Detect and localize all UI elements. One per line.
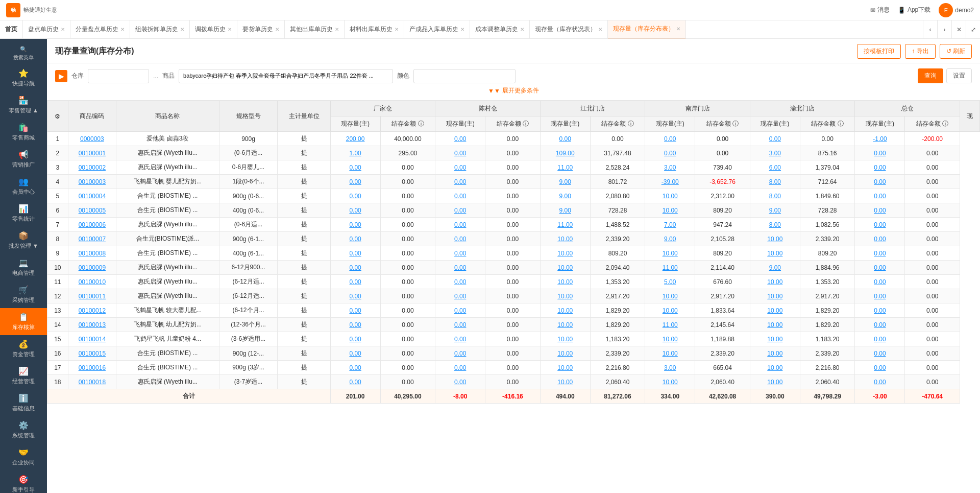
table-cell[interactable]: 11.00 <box>540 218 590 232</box>
table-cell[interactable]: 00100002 <box>68 160 116 175</box>
sidebar-item-basic-info[interactable]: ℹ️ 基础信息 <box>0 389 47 416</box>
table-cell[interactable]: 0.00 <box>330 303 380 318</box>
settings-btn[interactable]: 设置 <box>946 68 972 83</box>
table-cell[interactable]: 00100008 <box>68 246 116 261</box>
table-cell[interactable]: 5.00 <box>645 275 695 289</box>
table-cell[interactable]: 0.00 <box>330 375 380 389</box>
table-cell[interactable]: 0.00 <box>435 232 485 246</box>
table-cell[interactable]: 10.00 <box>750 361 800 375</box>
table-cell[interactable]: 9.00 <box>645 232 695 246</box>
table-cell[interactable]: 7.00 <box>645 218 695 232</box>
table-cell[interactable]: 200.00 <box>330 132 380 146</box>
table-cell[interactable]: 00100004 <box>68 189 116 203</box>
table-cell[interactable]: 0.00 <box>330 318 380 332</box>
table-cell[interactable]: 10.00 <box>750 346 800 361</box>
table-cell[interactable]: 9.00 <box>540 175 590 189</box>
table-cell[interactable]: 9.00 <box>750 261 800 275</box>
table-cell[interactable]: 00100013 <box>68 318 116 332</box>
table-cell[interactable]: 0.00 <box>435 218 485 232</box>
tab-close-other-out[interactable]: ✕ <box>335 27 339 32</box>
tab-close-assembly[interactable]: ✕ <box>180 27 184 32</box>
table-cell[interactable]: 0.00 <box>435 375 485 389</box>
export-btn[interactable]: ↑ 导出 <box>905 44 935 59</box>
table-cell[interactable]: 0.00 <box>855 303 905 318</box>
table-cell[interactable]: 0.00 <box>330 203 380 218</box>
sidebar-search[interactable]: 🔍 搜索英单 <box>0 43 47 64</box>
table-cell[interactable]: 9.00 <box>750 203 800 218</box>
app-download-btn[interactable]: 📱 App下载 <box>898 6 930 14</box>
table-cell[interactable]: 11.00 <box>540 160 590 175</box>
table-cell[interactable]: 00100003 <box>68 175 116 189</box>
th-settings[interactable]: ⚙ <box>47 101 68 132</box>
filter-collapse-btn[interactable]: ▶ <box>55 70 67 82</box>
sidebar-item-new-guide[interactable]: 🎯 新手引导 <box>0 471 47 493</box>
table-cell[interactable]: 10.00 <box>645 246 695 261</box>
table-cell[interactable]: 10.00 <box>750 289 800 303</box>
table-cell[interactable]: 10.00 <box>645 203 695 218</box>
table-cell[interactable]: 10.00 <box>540 289 590 303</box>
table-cell[interactable]: 00100006 <box>68 218 116 232</box>
tab-transfer[interactable]: 调拨单历史 ✕ <box>190 20 237 39</box>
table-cell[interactable]: 0.00 <box>330 275 380 289</box>
tab-close-inventory-single[interactable]: ✕ <box>61 27 65 32</box>
table-cell[interactable]: 0.00 <box>855 332 905 346</box>
table-cell[interactable]: 10.00 <box>645 303 695 318</box>
table-cell[interactable]: 0.00 <box>435 261 485 275</box>
tab-home[interactable]: 首页 <box>0 20 23 39</box>
table-cell[interactable]: 10.00 <box>750 375 800 389</box>
table-cell[interactable]: 10.00 <box>540 332 590 346</box>
table-cell[interactable]: 0.00 <box>855 146 905 160</box>
table-cell[interactable]: 10.00 <box>540 275 590 289</box>
table-cell[interactable]: 0.00 <box>435 332 485 346</box>
table-cell[interactable]: 0.00 <box>645 132 695 146</box>
tab-prev-btn[interactable]: ‹ <box>923 20 937 39</box>
table-cell[interactable]: 10.00 <box>750 232 800 246</box>
tab-close-stock-status[interactable]: ✕ <box>598 27 602 32</box>
table-cell[interactable]: 0.00 <box>540 132 590 146</box>
table-cell[interactable]: 0.00 <box>330 332 380 346</box>
sidebar-item-member[interactable]: 👥 会员中心 <box>0 173 47 200</box>
table-cell[interactable]: 0.00 <box>750 132 800 146</box>
tab-product-in[interactable]: 产成品入库单历史 ✕ <box>404 20 470 39</box>
table-cell[interactable]: 0.00 <box>330 346 380 361</box>
table-area[interactable]: ⚙ 商品编码 商品名称 规格型号 主计量单位 厂家仓 陈村仓 江北门店 南岸门店… <box>47 101 980 493</box>
table-cell[interactable]: 10.00 <box>540 361 590 375</box>
user-menu[interactable]: E demo2 <box>939 3 974 17</box>
table-cell[interactable]: 00100012 <box>68 303 116 318</box>
table-cell[interactable]: 3.00 <box>645 361 695 375</box>
table-cell[interactable]: 11.00 <box>645 318 695 332</box>
warehouse-input[interactable] <box>88 69 149 83</box>
table-cell[interactable]: 0.00 <box>435 289 485 303</box>
table-cell[interactable]: 6.00 <box>750 160 800 175</box>
table-cell[interactable]: 10.00 <box>645 346 695 361</box>
table-cell[interactable]: 00100016 <box>68 361 116 375</box>
table-cell[interactable]: 00100015 <box>68 346 116 361</box>
table-cell[interactable]: 10.00 <box>750 332 800 346</box>
table-cell[interactable]: 0.00 <box>330 160 380 175</box>
sidebar-item-retail-store[interactable]: 🛍️ 零售商城 <box>0 119 47 146</box>
table-cell[interactable]: 0.00 <box>855 261 905 275</box>
table-cell[interactable]: 0.00 <box>330 218 380 232</box>
table-cell[interactable]: 00100018 <box>68 375 116 389</box>
sidebar-item-inventory[interactable]: 📋 库存核算 <box>0 308 47 335</box>
table-cell[interactable]: 0.00 <box>855 361 905 375</box>
sidebar-item-marketing[interactable]: 📢 营销推广 <box>0 146 47 173</box>
table-cell[interactable]: 0.00 <box>855 289 905 303</box>
table-cell[interactable]: 00100009 <box>68 261 116 275</box>
tab-partial-inventory[interactable]: 分量盘点单历史 ✕ <box>70 20 130 39</box>
table-cell[interactable]: 0.00 <box>435 160 485 175</box>
table-cell[interactable]: -39.00 <box>645 175 695 189</box>
message-btn[interactable]: ✉ 消息 <box>870 6 890 14</box>
table-cell[interactable]: 00100007 <box>68 232 116 246</box>
table-cell[interactable]: 10.00 <box>540 346 590 361</box>
table-cell[interactable]: 10.00 <box>750 318 800 332</box>
table-cell[interactable]: 11.00 <box>645 261 695 275</box>
table-cell[interactable]: 0.00 <box>855 275 905 289</box>
table-cell[interactable]: 3.00 <box>645 160 695 175</box>
tab-assembly[interactable]: 组装拆卸单历史 ✕ <box>130 20 190 39</box>
table-cell[interactable]: 10.00 <box>645 332 695 346</box>
table-cell[interactable]: 8.00 <box>750 175 800 189</box>
table-cell[interactable]: 10.00 <box>645 189 695 203</box>
table-cell[interactable]: 3.00 <box>750 146 800 160</box>
table-cell[interactable]: 0.00 <box>330 175 380 189</box>
